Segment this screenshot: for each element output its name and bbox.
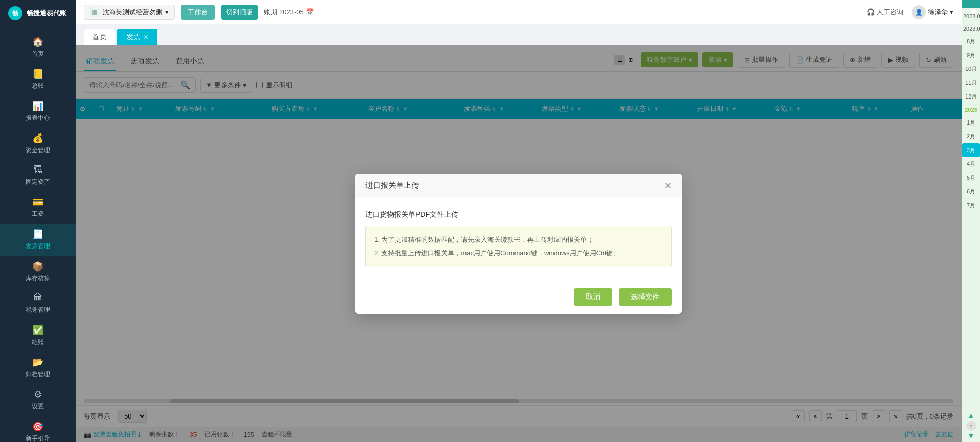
dialog-close-button[interactable]: ✕ [664, 181, 672, 190]
period-item[interactable]: 7月 [962, 199, 980, 212]
nav-icon: 💳 [32, 197, 43, 208]
import-dialog: 进口报关单上传 ✕ 进口货物报关单PDF文件上传 1. 为了更加精准的数据匹配，… [355, 174, 682, 314]
sidebar-item-资金管理[interactable]: 💰资金管理 [0, 128, 76, 160]
period-nav-arrows: ▲ ↕ ▼ [964, 409, 978, 442]
nav-icon: 🏛 [33, 293, 42, 304]
sidebar-item-首页[interactable]: 🏠首页 [0, 31, 76, 63]
period-info: 账期 2023-05 📅 [264, 8, 314, 17]
period-up-button[interactable]: ▲ [968, 411, 975, 420]
sidebar-item-设置[interactable]: ⚙设置 [0, 384, 76, 416]
tab-home[interactable]: 首页 [84, 29, 115, 45]
dialog-info-box: 1. 为了更加精准的数据匹配，请先录入海关缴款书，再上传对应的报关单； 2. 支… [365, 226, 672, 267]
period-item[interactable]: 2023.03 [962, 22, 980, 35]
dialog-info-1: 1. 为了更加精准的数据匹配，请先录入海关缴款书，再上传对应的报关单； [374, 233, 663, 247]
company-selector[interactable]: 🏢 沈海芙测试经营勿删 ▾ [84, 5, 175, 20]
nav-label: 结账 [32, 338, 44, 347]
sidebar-item-结账[interactable]: ✅结账 [0, 320, 76, 352]
sidebar-logo: 畅 畅捷通易代账 [0, 0, 76, 27]
period-item[interactable]: 4月 [962, 157, 980, 171]
period-selector-header[interactable]: 期间选择 [962, 0, 980, 8]
sidebar-item-工资[interactable]: 💳工资 [0, 191, 76, 224]
nav-icon: 📒 [32, 68, 43, 80]
workspace-button[interactable]: 工作台 [181, 5, 215, 20]
period-item[interactable]: 10月 [962, 62, 980, 76]
period-item[interactable]: 2023 [962, 104, 980, 116]
nav-label: 库存核算 [26, 274, 50, 283]
invoice-tab-label: 发票 [126, 33, 140, 42]
main-area: 🏢 沈海芙测试经营勿删 ▾ 工作台 切到旧版 账期 2023-05 📅 🎧 人工… [76, 0, 962, 442]
dialog-cancel-button[interactable]: 取消 [574, 288, 612, 306]
period-down-button[interactable]: ▼ [968, 432, 975, 440]
nav-label: 首页 [32, 50, 44, 58]
switch-version-button[interactable]: 切到旧版 [221, 5, 258, 20]
period-item[interactable]: 2023.03 [962, 10, 980, 22]
sidebar-item-税务管理[interactable]: 🏛税务管理 [0, 288, 76, 320]
company-icon: 🏢 [89, 7, 100, 17]
period-item[interactable]: 2月 [962, 130, 980, 143]
nav-label: 新手引导 [26, 434, 50, 442]
company-name: 沈海芙测试经营勿删 [103, 8, 162, 17]
period-item[interactable]: 6月 [962, 185, 980, 199]
sidebar-item-库存核算[interactable]: 📦库存核算 [0, 256, 76, 288]
sidebar-item-固定资产[interactable]: 🏗固定资产 [0, 160, 76, 191]
nav-icon: 🧾 [32, 229, 43, 240]
nav-label: 报表中心 [26, 114, 50, 122]
content-area: 首页 发票 ✕ 销项发票 进项发票 费用小票 [76, 24, 962, 442]
calendar-icon[interactable]: 📅 [306, 8, 314, 16]
period-item[interactable]: 8月 [962, 35, 980, 48]
period-item[interactable]: 1月 [962, 116, 980, 130]
nav-label: 固定资产 [26, 178, 50, 186]
dialog-body: 进口货物报关单PDF文件上传 1. 为了更加精准的数据匹配，请先录入海关缴款书，… [355, 198, 682, 280]
nav-icon: ✅ [32, 325, 43, 336]
topbar-right: 🎧 人工咨询 👤 徐泽华 ▾ [867, 5, 953, 19]
nav-icon: ⚙ [34, 389, 42, 400]
app-name: 畅捷通易代账 [27, 9, 66, 18]
tab-invoice[interactable]: 发票 ✕ [117, 29, 157, 45]
period-item[interactable]: 11月 [962, 76, 980, 90]
headset-icon: 🎧 [867, 8, 875, 16]
period-item[interactable]: 3月 [962, 143, 980, 157]
sidebar-item-报表中心[interactable]: 📊报表中心 [0, 95, 76, 128]
dialog-info-2: 2. 支持批量上传进口报关单，mac用户使用Command键，windows用户… [374, 247, 663, 260]
period-expand-button[interactable]: ↕ [966, 421, 976, 431]
nav-icon: 📊 [32, 101, 43, 112]
sidebar-item-归档管理[interactable]: 📂归档管理 [0, 352, 76, 384]
tab-close-icon[interactable]: ✕ [143, 34, 149, 41]
period-item[interactable]: 12月 [962, 90, 980, 104]
page-content: 销项发票 进项发票 费用小票 ☰ ⊞ 税务数字账户 ▾ [76, 45, 962, 442]
nav-icon: 🏠 [32, 36, 43, 47]
sidebar-item-发票管理[interactable]: 🧾发票管理 [0, 224, 76, 256]
user-dropdown-icon: ▾ [950, 8, 953, 16]
period-item[interactable]: 9月 [962, 48, 980, 62]
nav-icon: 📦 [32, 261, 43, 272]
support-label: 人工咨询 [877, 8, 903, 17]
nav-icon: 💰 [32, 133, 43, 144]
period-item[interactable]: 5月 [962, 171, 980, 185]
sidebar-item-新手引导[interactable]: 🎯新手引导 [0, 416, 76, 442]
topbar: 🏢 沈海芙测试经营勿删 ▾ 工作台 切到旧版 账期 2023-05 📅 🎧 人工… [76, 0, 962, 24]
user-menu[interactable]: 👤 徐泽华 ▾ [912, 5, 953, 19]
dialog-select-file-button[interactable]: 选择文件 [619, 288, 672, 306]
user-name: 徐泽华 [928, 8, 948, 17]
nav-label: 资金管理 [26, 146, 50, 155]
period-label: 账期 [264, 8, 277, 17]
nav-label: 归档管理 [26, 370, 50, 379]
right-panel: 期间选择 2023.032023.038月9月10月11月12月20231月2月… [962, 0, 980, 442]
user-avatar: 👤 [912, 5, 926, 19]
period-value: 2023-05 [279, 8, 304, 16]
nav-icon: 📂 [32, 357, 43, 368]
tab-bar: 首页 发票 ✕ [76, 24, 962, 45]
nav-icon: 🏗 [33, 165, 42, 176]
period-expand-icon: ↕ [970, 423, 972, 429]
support-button[interactable]: 🎧 人工咨询 [867, 8, 903, 17]
nav-label: 总账 [32, 82, 44, 90]
nav-icon: 🎯 [32, 421, 43, 432]
dialog-title: 进口报关单上传 [365, 181, 419, 190]
company-dropdown-icon: ▾ [165, 8, 169, 16]
nav-label: 发票管理 [26, 242, 50, 251]
nav-label: 工资 [32, 210, 44, 218]
sidebar-item-总账[interactable]: 📒总账 [0, 63, 76, 95]
nav-label: 设置 [32, 402, 44, 411]
dialog-overlay: 进口报关单上传 ✕ 进口货物报关单PDF文件上传 1. 为了更加精准的数据匹配，… [76, 45, 962, 442]
dialog-footer: 取消 选择文件 [355, 280, 682, 314]
